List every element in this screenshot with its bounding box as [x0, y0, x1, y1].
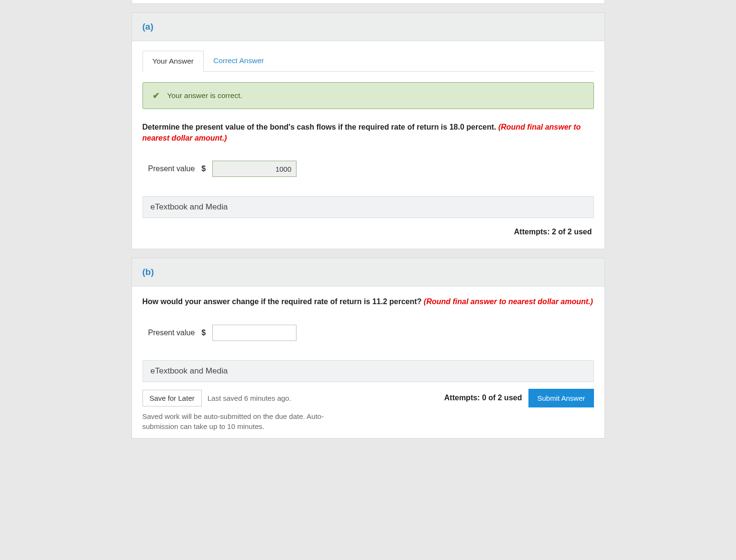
currency-symbol-a: $	[201, 165, 206, 173]
attempts-a: Attempts: 2 of 2 used	[143, 225, 594, 242]
present-value-label-b: Present value	[148, 329, 195, 337]
save-for-later-button[interactable]: Save for Later	[143, 390, 202, 406]
part-a-header: (a)	[132, 13, 604, 41]
correct-alert: ✔ Your answer is correct.	[143, 82, 594, 109]
footer-left-group: Save for Later Last saved 6 minutes ago.	[143, 390, 291, 406]
tab-your-answer[interactable]: Your Answer	[143, 51, 204, 72]
present-value-input-b[interactable]	[212, 325, 297, 341]
footer-row-b: Save for Later Last saved 6 minutes ago.…	[143, 389, 594, 407]
question-b-hint: (Round final answer to nearest dollar am…	[424, 297, 593, 306]
currency-symbol-b: $	[201, 329, 206, 337]
input-row-b: Present value $	[143, 322, 594, 360]
last-saved-text: Last saved 6 minutes ago.	[208, 394, 291, 402]
etextbook-bar-a[interactable]: eTextbook and Media	[143, 196, 594, 218]
question-b-main: How would your answer change if the requ…	[143, 297, 424, 306]
question-part-a: (a) Your Answer Correct Answer ✔ Your an…	[132, 12, 605, 249]
footer-right-group: Attempts: 0 of 2 used Submit Answer	[444, 389, 594, 407]
input-row-a: Present value $	[143, 158, 594, 196]
check-icon: ✔	[153, 90, 160, 101]
submit-answer-button[interactable]: Submit Answer	[528, 389, 593, 407]
present-value-label-a: Present value	[148, 165, 195, 173]
question-part-b: (b) How would your answer change if the …	[132, 258, 605, 438]
question-a-main: Determine the present value of the bond'…	[143, 123, 498, 131]
correct-alert-text: Your answer is correct.	[167, 91, 242, 100]
attempts-b: Attempts: 0 of 2 used	[444, 394, 522, 402]
question-a-text: Determine the present value of the bond'…	[143, 121, 594, 143]
tab-correct-answer[interactable]: Correct Answer	[204, 51, 274, 71]
previous-card-stub	[132, 0, 605, 4]
question-b-text: How would your answer change if the requ…	[143, 296, 594, 307]
auto-submit-note: Saved work will be auto-submitted on the…	[143, 411, 343, 431]
part-b-header: (b)	[132, 258, 604, 286]
present-value-input-a	[212, 161, 297, 177]
etextbook-bar-b[interactable]: eTextbook and Media	[143, 360, 594, 382]
answer-tabs: Your Answer Correct Answer	[143, 51, 594, 72]
